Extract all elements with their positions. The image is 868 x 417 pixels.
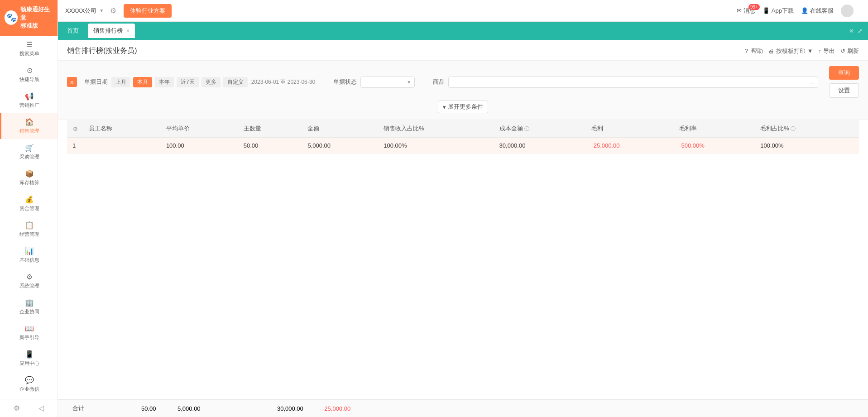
tab-close-window-icon[interactable]: ✕ — [849, 28, 854, 34]
quick-nav-icon: ⊙ — [27, 66, 33, 75]
company-dropdown-icon: ▼ — [99, 8, 104, 13]
th-main-qty: 主数量 — [238, 120, 302, 138]
page-header: 销售排行榜(按业务员) ？ 帮助 🖨 按模板打印 ▼ ↑ 导出 ↺ 刷新 — [58, 40, 868, 61]
total-cost-amount: 30,000.00 — [272, 405, 317, 412]
filter-more-row: ▾ 展开更多条件 — [67, 98, 859, 114]
print-dropdown-icon: ▼ — [807, 48, 813, 54]
content-area: 销售排行榜(按业务员) ？ 帮助 🖨 按模板打印 ▼ ↑ 导出 ↺ 刷新 — [58, 40, 868, 417]
goods-input[interactable]: ... — [448, 77, 818, 88]
expand-more-btn[interactable]: ▾ 展开更多条件 — [438, 101, 488, 113]
sidebar-bottom: ⚙ ◁ — [0, 399, 58, 417]
tab-close-icon[interactable]: × — [126, 28, 129, 34]
sidebar-item-basic-info[interactable]: 📊 基础信息 — [0, 242, 58, 268]
cost-amount-info-icon[interactable]: ⓘ — [524, 126, 529, 131]
help-btn[interactable]: ？ 帮助 — [743, 47, 763, 55]
sidebar-nav: ☰ 搜索菜单 ⊙ 快捷导航 📢 营销推广 🏠 销售管理 🛒 采购管理 📦 库存核… — [0, 36, 58, 399]
message-btn[interactable]: ✉ 消息 99+ — [737, 7, 755, 15]
goods-label: 商品 — [433, 78, 445, 86]
total-amount: 5,000.00 — [172, 405, 217, 412]
wechat-icon: 💬 — [25, 376, 34, 384]
sidebar-item-purchase[interactable]: 🛒 采购管理 — [0, 139, 58, 165]
message-icon: ✉ — [737, 7, 742, 14]
filter-expand-btn[interactable]: » — [67, 77, 77, 87]
date-btn-more[interactable]: 更多 — [201, 77, 221, 87]
cell-sales-pct: 100.00% — [378, 138, 494, 154]
sidebar-item-system[interactable]: ⚙ 系统管理 — [0, 268, 58, 294]
sidebar-item-finance[interactable]: 💰 资金管理 — [0, 191, 58, 216]
tab-home[interactable]: 首页 — [60, 22, 86, 40]
page-title: 销售排行榜(按业务员) — [67, 46, 137, 56]
sidebar-settings-icon[interactable]: ⚙ — [14, 404, 20, 412]
th-gross-rate: 毛利率 — [674, 120, 755, 138]
app-center-icon: 📱 — [25, 350, 34, 359]
cell-amount: 5,000.00 — [302, 138, 378, 154]
tab-sales-ranking[interactable]: 销售排行榜 × — [88, 24, 135, 38]
expand-icon: ▾ — [443, 104, 446, 110]
th-settings: ⚙ — [67, 120, 83, 138]
print-btn[interactable]: 🖨 按模板打印 ▼ — [768, 47, 813, 55]
search-menu-icon: ☰ — [26, 40, 33, 49]
service-icon: 👤 — [801, 7, 808, 14]
cell-name — [83, 138, 161, 154]
filter-row-1: » 单据日期 上月 本月 本年 近7天 更多 自定义 2023-06-01 至 … — [67, 66, 859, 98]
print-icon: 🖨 — [768, 48, 774, 54]
sidebar-logo: 🐾 畅康通好生意 标准版 — [0, 0, 58, 36]
tab-maximize-icon[interactable]: ⤢ — [858, 28, 863, 34]
trial-btn[interactable]: 体验行业方案 — [124, 4, 172, 18]
company-selector[interactable]: XXXXX公司 ▼ — [65, 7, 104, 15]
status-select[interactable] — [360, 77, 415, 88]
app-download-btn[interactable]: 📱 App下载 — [762, 7, 794, 15]
app-icon: 📱 — [762, 7, 770, 14]
export-btn[interactable]: ↑ 导出 — [819, 47, 835, 55]
finance-icon: 💰 — [25, 195, 34, 204]
total-row: 合计 50.00 5,000.00 30,000.00 -25,000.00 — [67, 404, 859, 412]
cell-index: 1 — [67, 138, 83, 154]
total-gross-profit: -25,000.00 — [317, 405, 362, 412]
total-label: 合计 — [72, 404, 100, 412]
th-name: 员工名称 — [83, 120, 161, 138]
topbar-gear-icon[interactable]: ⚙ — [110, 6, 116, 15]
cell-gross-profit: -25,000.00 — [586, 138, 674, 154]
avatar[interactable] — [841, 5, 854, 17]
sidebar-item-marketing[interactable]: 📢 营销推广 — [0, 87, 58, 113]
settings-btn[interactable]: 设置 — [829, 83, 859, 98]
column-settings-icon[interactable]: ⚙ — [73, 126, 78, 132]
date-btn-this-year[interactable]: 本年 — [155, 77, 174, 87]
status-filter-group: 单据状态 ▼ — [333, 77, 415, 88]
table-footer: 合计 50.00 5,000.00 30,000.00 -25,000.00 — [58, 399, 868, 417]
logo-icon: 🐾 — [5, 10, 18, 25]
sidebar-item-search[interactable]: ☰ 搜索菜单 — [0, 36, 58, 62]
date-btn-last-month[interactable]: 上月 — [111, 77, 130, 87]
refresh-icon: ↺ — [840, 48, 845, 54]
refresh-btn[interactable]: ↺ 刷新 — [840, 47, 859, 55]
sidebar-item-app-center[interactable]: 📱 应用中心 — [0, 345, 58, 371]
th-gross-profit: 毛利 — [586, 120, 674, 138]
table-row[interactable]: 1 100.00 50.00 5,000.00 100.00% 30,000.0… — [67, 138, 859, 154]
main-area: XXXXX公司 ▼ ⚙ 体验行业方案 ✉ 消息 99+ 📱 App下载 👤 在线… — [58, 0, 868, 417]
inventory-icon: 📦 — [25, 169, 34, 178]
sidebar-collapse-icon[interactable]: ◁ — [38, 404, 44, 412]
date-btn-7days[interactable]: 近7天 — [177, 77, 199, 87]
date-label: 单据日期 — [84, 78, 108, 86]
sidebar-item-guide[interactable]: 📖 新手引导 — [0, 320, 58, 345]
marketing-icon: 📢 — [25, 92, 34, 101]
gross-pct-info-icon[interactable]: ⓘ — [791, 126, 796, 131]
tabbar: 首页 销售排行榜 × ✕ ⤢ — [58, 22, 868, 40]
sidebar-item-enterprise[interactable]: 🏢 企业协同 — [0, 294, 58, 320]
filter-bar: » 单据日期 上月 本月 本年 近7天 更多 自定义 2023-06-01 至 … — [58, 61, 868, 120]
date-quick-buttons: 上月 本月 本年 近7天 更多 自定义 — [111, 77, 248, 87]
status-select-wrapper: ▼ — [360, 77, 415, 88]
online-service-btn[interactable]: 👤 在线客服 — [801, 7, 834, 15]
date-range-display: 2023-06-01 至 2023-06-30 — [251, 78, 315, 86]
sidebar-item-operations[interactable]: 📋 经营管理 — [0, 216, 58, 242]
date-btn-this-month[interactable]: 本月 — [133, 77, 152, 87]
basic-info-icon: 📊 — [25, 247, 34, 255]
sidebar-item-sales[interactable]: 🏠 销售管理 — [0, 113, 58, 139]
th-avg-price: 平均单价 — [161, 120, 238, 138]
date-btn-custom[interactable]: 自定义 — [223, 77, 248, 87]
sidebar-item-wechat[interactable]: 💬 企业微信 — [0, 371, 58, 397]
cell-main-qty: 50.00 — [238, 138, 302, 154]
sidebar-item-inventory[interactable]: 📦 库存核算 — [0, 165, 58, 191]
query-btn[interactable]: 查询 — [829, 66, 859, 80]
sidebar-item-quick-nav[interactable]: ⊙ 快捷导航 — [0, 62, 58, 87]
